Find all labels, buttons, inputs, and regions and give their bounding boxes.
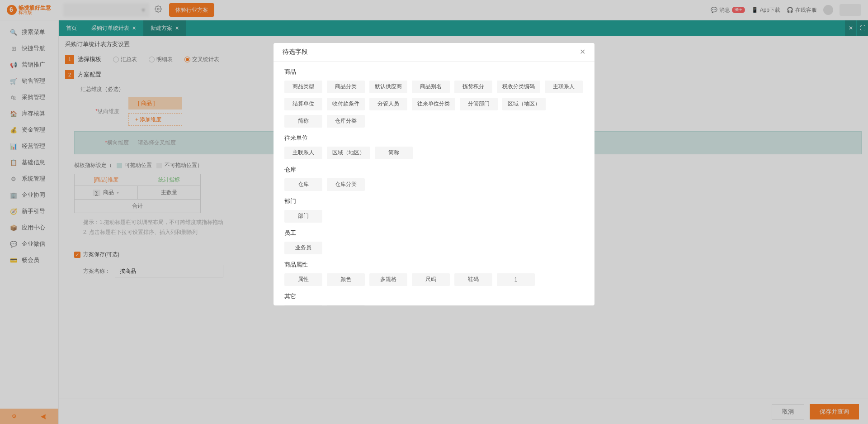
modal-overlay[interactable]: 待选字段 ✕ 商品商品类型商品分类默认供应商商品别名拣货积分税收分类编码主联系人… — [0, 0, 868, 20]
